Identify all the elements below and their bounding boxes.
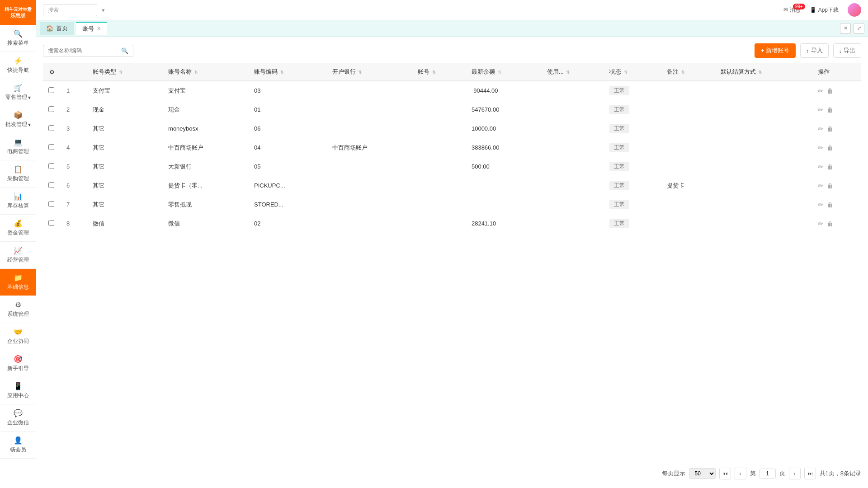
user-avatar[interactable] xyxy=(848,3,861,17)
next-page-button[interactable]: › xyxy=(789,468,801,479)
sidebar-item-retail[interactable]: 🛒 零售管理 ▾ xyxy=(0,79,36,106)
edit-button[interactable]: ✏ xyxy=(818,87,823,94)
delete-button[interactable]: 🗑 xyxy=(827,163,833,170)
delete-button[interactable]: 🗑 xyxy=(827,220,833,227)
edit-button[interactable]: ✏ xyxy=(818,163,823,170)
row-checkbox-cell[interactable] xyxy=(43,214,61,233)
row-checkbox[interactable] xyxy=(48,201,54,207)
row-num: 1 xyxy=(61,81,87,100)
row-checkbox-cell[interactable] xyxy=(43,195,61,214)
edit-button[interactable]: ✏ xyxy=(818,220,823,227)
usage-col-header[interactable]: 使用... ⇅ xyxy=(542,63,604,81)
edit-button[interactable]: ✏ xyxy=(818,144,823,151)
tab-home[interactable]: 🏠 首页 xyxy=(40,22,74,35)
first-page-button[interactable]: ⏮ xyxy=(719,468,731,479)
sidebar-item-capital[interactable]: 💰 资金管理 xyxy=(0,215,36,242)
import-button[interactable]: ↑ 导入 xyxy=(800,43,829,58)
export-button[interactable]: ↓ 导出 xyxy=(833,43,862,58)
row-checkbox[interactable] xyxy=(48,87,54,93)
row-checkbox[interactable] xyxy=(48,106,54,112)
balance-col-header[interactable]: 最新余额 ⇅ xyxy=(466,63,542,81)
account-col-header[interactable]: 账号 ⇅ xyxy=(412,63,466,81)
row-checkbox-cell[interactable] xyxy=(43,81,61,100)
sidebar-item-label: 企业协同 xyxy=(7,338,29,345)
sidebar-item-member[interactable]: 👤 畅会员 xyxy=(0,432,36,459)
table-header-row: ⚙ 账号类型 ⇅ 账号名称 ⇅ 账号编码 ⇅ 开户银行 ⇅ 账号 ⇅ 最新余额 … xyxy=(43,63,861,81)
prev-page-button[interactable]: ‹ xyxy=(735,468,746,479)
row-checkbox[interactable] xyxy=(48,144,54,150)
row-usage xyxy=(542,157,604,176)
sidebar-item-guide[interactable]: 🎯 新手引导 xyxy=(0,350,36,377)
search-box[interactable]: 🔍 xyxy=(43,45,133,57)
row-checkbox-cell[interactable] xyxy=(43,100,61,119)
bank-col-header[interactable]: 开户银行 ⇅ xyxy=(327,63,413,81)
row-checkbox[interactable] xyxy=(48,125,54,131)
top-search-input[interactable]: 搜索 xyxy=(43,4,97,16)
messages-button[interactable]: ✉ 消息 99+ xyxy=(783,6,801,14)
export-icon: ↓ xyxy=(839,47,842,54)
edit-button[interactable]: ✏ xyxy=(818,201,823,208)
row-checkbox-cell[interactable] xyxy=(43,119,61,138)
sort-icon: ⇅ xyxy=(566,70,570,75)
add-account-button[interactable]: + 新增账号 xyxy=(755,43,796,58)
name-col-header[interactable]: 账号名称 ⇅ xyxy=(163,63,249,81)
sidebar-item-operations[interactable]: 📈 经营管理 xyxy=(0,242,36,269)
sidebar-item-basic-info[interactable]: 📁 基础信息 xyxy=(0,269,36,296)
settings-col-header[interactable]: ⚙ xyxy=(43,63,61,81)
sidebar-item-wechat[interactable]: 💬 企业微信 xyxy=(0,404,36,432)
row-bank xyxy=(327,214,413,233)
row-remark xyxy=(661,138,715,157)
delete-button[interactable]: 🗑 xyxy=(827,87,833,94)
row-usage xyxy=(542,100,604,119)
sidebar-item-label: 新手引导 xyxy=(7,365,29,372)
last-page-button[interactable]: ⏭ xyxy=(804,468,816,479)
delete-button[interactable]: 🗑 xyxy=(827,201,833,208)
wechat-icon: 💬 xyxy=(14,409,23,418)
page-input[interactable] xyxy=(760,469,776,479)
sidebar-item-quick-nav[interactable]: ⚡ 快捷导航 xyxy=(0,52,36,79)
sidebar-item-ecommerce[interactable]: 💻 电商管理 xyxy=(0,133,36,160)
row-checkbox-cell[interactable] xyxy=(43,138,61,157)
sidebar-item-system[interactable]: ⚙ 系统管理 xyxy=(0,296,36,323)
search-icon[interactable]: 🔍 xyxy=(121,47,128,54)
per-page-select[interactable]: 50 100 200 xyxy=(689,468,716,479)
home-icon: 🏠 xyxy=(46,25,53,32)
row-checkbox-cell[interactable] xyxy=(43,176,61,195)
search-input[interactable] xyxy=(48,47,118,54)
sidebar-item-inventory[interactable]: 📊 库存核算 xyxy=(0,188,36,215)
app-download-button[interactable]: 📱 App下载 xyxy=(810,6,839,14)
edit-button[interactable]: ✏ xyxy=(818,106,823,113)
delete-button[interactable]: 🗑 xyxy=(827,144,833,151)
row-checkbox-cell[interactable] xyxy=(43,157,61,176)
delete-button[interactable]: 🗑 xyxy=(827,106,833,113)
row-checkbox[interactable] xyxy=(48,163,54,169)
sidebar-item-contract[interactable]: 🤝 企业协同 xyxy=(0,323,36,350)
row-checkbox[interactable] xyxy=(48,182,54,188)
remark-col-header[interactable]: 备注 ⇅ xyxy=(661,63,715,81)
app-download-label: App下载 xyxy=(818,6,839,14)
edit-button[interactable]: ✏ xyxy=(818,125,823,132)
tab-close-all-button[interactable]: ✕ xyxy=(840,23,851,34)
type-col-header[interactable]: 账号类型 ⇅ xyxy=(87,63,163,81)
tab-account[interactable]: 账号 ✕ xyxy=(76,22,107,35)
code-col-header[interactable]: 账号编码 ⇅ xyxy=(249,63,326,81)
row-checkbox[interactable] xyxy=(48,220,54,226)
delete-button[interactable]: 🗑 xyxy=(827,182,833,189)
tab-maximize-button[interactable]: ⤢ xyxy=(854,23,864,34)
sidebar-item-wholesale[interactable]: 📦 批发管理 ▾ xyxy=(0,106,36,133)
row-name: 现金 xyxy=(163,100,249,119)
row-remark: 提货卡 xyxy=(661,176,715,195)
status-col-header[interactable]: 状态 ⇅ xyxy=(604,63,661,81)
toolbar: 🔍 + 新增账号 ↑ 导入 ↓ 导出 xyxy=(43,43,861,58)
delete-button[interactable]: 🗑 xyxy=(827,125,833,132)
sidebar-item-app-center[interactable]: 📱 应用中心 xyxy=(0,377,36,404)
sidebar-item-purchase[interactable]: 📋 采购管理 xyxy=(0,160,36,188)
row-name: 提货卡（零... xyxy=(163,176,249,195)
default-settle-col-header[interactable]: 默认结算方式 ⇅ xyxy=(715,63,812,81)
sidebar-item-search-menu[interactable]: 🔍 搜索菜单 xyxy=(0,25,36,52)
actions-col-header: 操作 xyxy=(812,63,861,81)
row-bank xyxy=(327,195,413,214)
row-type: 其它 xyxy=(87,195,163,214)
edit-button[interactable]: ✏ xyxy=(818,182,823,189)
tab-close-icon[interactable]: ✕ xyxy=(97,26,101,32)
